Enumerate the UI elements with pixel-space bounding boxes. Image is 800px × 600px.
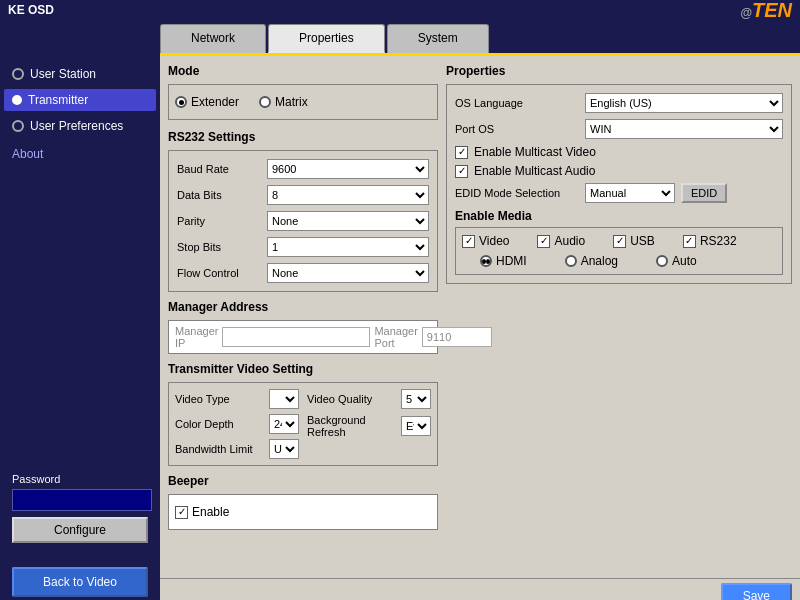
sidebar: User Station Transmitter User Preference…	[0, 53, 160, 600]
sidebar-item-user-station[interactable]: User Station	[4, 61, 156, 87]
video-setting-title: Transmitter Video Setting	[168, 362, 438, 376]
configure-button[interactable]: Configure	[12, 517, 148, 543]
video-type-select[interactable]: DigitalAnalog	[269, 389, 299, 409]
video-left-col: Video Type DigitalAnalog Color Depth	[175, 389, 299, 459]
color-depth-wrapper: 24 bits16 bits8 bits	[269, 414, 299, 434]
multicast-video-label: Enable Multicast Video	[474, 145, 596, 159]
os-language-wrapper: English (US)ChineseJapanese	[585, 93, 783, 113]
mode-section: Mode Extender Matrix	[168, 64, 438, 120]
baud-rate-row: Baud Rate 96001920038400	[177, 159, 429, 179]
multicast-audio-checkbox[interactable]	[455, 165, 468, 178]
edid-label: EDID Mode Selection	[455, 187, 585, 199]
bandwidth-label: Bandwidth Limit	[175, 443, 265, 455]
baud-rate-select[interactable]: 96001920038400	[267, 159, 429, 179]
edid-select[interactable]: ManualAutoRemix	[585, 183, 675, 203]
stop-bits-wrapper: 12	[267, 237, 429, 257]
beeper-enable-label: Enable	[192, 505, 229, 519]
sidebar-item-user-preferences[interactable]: User Preferences	[4, 113, 156, 139]
tab-network[interactable]: Network	[160, 24, 266, 53]
tab-properties[interactable]: Properties	[268, 24, 385, 53]
manager-row: Manager IP Manager Port	[175, 325, 431, 349]
baud-rate-wrapper: 96001920038400	[267, 159, 429, 179]
media-auto-label: Auto	[672, 254, 697, 268]
sidebar-item-transmitter[interactable]: Transmitter	[4, 89, 156, 111]
stop-bits-select[interactable]: 12	[267, 237, 429, 257]
media-audio[interactable]: Audio	[537, 234, 585, 248]
media-analog-label: Analog	[581, 254, 618, 268]
media-usb[interactable]: USB	[613, 234, 655, 248]
manager-title: Manager Address	[168, 300, 438, 314]
parity-wrapper: NoneOddEven	[267, 211, 429, 231]
right-panel: Properties OS Language English (US)Chine…	[446, 64, 792, 570]
media-rs232-checkbox[interactable]	[683, 235, 696, 248]
video-type-label: Video Type	[175, 393, 265, 405]
os-language-row: OS Language English (US)ChineseJapanese	[455, 93, 783, 113]
baud-rate-label: Baud Rate	[177, 163, 267, 175]
beeper-title: Beeper	[168, 474, 438, 488]
enable-media-section: Enable Media Video Audio	[455, 209, 783, 275]
bg-refresh-wrapper: Every 32 frames(s)Every 16 frames(s)	[401, 416, 431, 436]
media-video[interactable]: Video	[462, 234, 509, 248]
media-analog[interactable]: Analog	[565, 254, 618, 268]
rs232-title: RS232 Settings	[168, 130, 438, 144]
video-type-row: Video Type DigitalAnalog	[175, 389, 299, 409]
tab-system[interactable]: System	[387, 24, 489, 53]
password-label: Password	[4, 467, 156, 487]
data-bits-row: Data Bits 87	[177, 185, 429, 205]
manager-ip-input[interactable]	[222, 327, 370, 347]
mode-matrix[interactable]: Matrix	[259, 95, 308, 109]
os-language-select[interactable]: English (US)ChineseJapanese	[585, 93, 783, 113]
radio-user-station	[12, 68, 24, 80]
beeper-checkbox[interactable]	[175, 506, 188, 519]
rs232-box: Baud Rate 96001920038400 Data Bits	[168, 150, 438, 292]
edid-button[interactable]: EDID	[681, 183, 727, 203]
media-hdmi[interactable]: HDMI	[480, 254, 527, 268]
manager-ip-label: Manager IP	[175, 325, 218, 349]
manager-left: Manager IP	[175, 325, 370, 349]
media-audio-label: Audio	[554, 234, 585, 248]
media-rs232[interactable]: RS232	[683, 234, 737, 248]
bandwidth-row: Bandwidth Limit Unlimited1 Gbps	[175, 439, 299, 459]
bg-refresh-label: Background Refresh	[307, 414, 397, 438]
aten-logo: @TEN	[740, 0, 792, 22]
multicast-video-checkbox[interactable]	[455, 146, 468, 159]
mode-extender[interactable]: Extender	[175, 95, 239, 109]
password-input[interactable]	[12, 489, 152, 511]
parity-select[interactable]: NoneOddEven	[267, 211, 429, 231]
data-bits-select[interactable]: 87	[267, 185, 429, 205]
video-quality-label: Video Quality	[307, 393, 397, 405]
port-os-select[interactable]: WINMacLinux	[585, 119, 783, 139]
flow-control-row: Flow Control NoneXON/XOFFRTS/CTS	[177, 263, 429, 283]
media-auto[interactable]: Auto	[656, 254, 697, 268]
manager-container: Manager IP Manager Port	[168, 320, 438, 354]
port-os-row: Port OS WINMacLinux	[455, 119, 783, 139]
bandwidth-select[interactable]: Unlimited1 Gbps	[269, 439, 299, 459]
port-os-wrapper: WINMacLinux	[585, 119, 783, 139]
media-audio-checkbox[interactable]	[537, 235, 550, 248]
bg-refresh-select[interactable]: Every 32 frames(s)Every 16 frames(s)	[401, 416, 431, 436]
beeper-box: Enable	[168, 494, 438, 530]
multicast-audio-row: Enable Multicast Audio	[455, 164, 783, 178]
data-bits-wrapper: 87	[267, 185, 429, 205]
radio-matrix	[259, 96, 271, 108]
back-to-video-button[interactable]: Back to Video	[12, 567, 148, 597]
edid-row: EDID Mode Selection ManualAutoRemix EDID	[455, 183, 783, 203]
video-quality-select[interactable]: 12345	[401, 389, 431, 409]
bandwidth-wrapper: Unlimited1 Gbps	[269, 439, 299, 459]
media-video-label: Video	[479, 234, 509, 248]
port-os-label: Port OS	[455, 123, 585, 135]
radio-extender	[175, 96, 187, 108]
sidebar-about[interactable]: About	[4, 141, 156, 167]
save-button[interactable]: Save	[721, 583, 792, 600]
media-video-checkbox[interactable]	[462, 235, 475, 248]
mode-title: Mode	[168, 64, 438, 78]
sidebar-label-user-preferences: User Preferences	[30, 119, 123, 133]
video-setting-section: Transmitter Video Setting Video Type Dig…	[168, 362, 438, 466]
enable-media-box: Video Audio USB	[455, 227, 783, 275]
flow-control-select[interactable]: NoneXON/XOFFRTS/CTS	[267, 263, 429, 283]
beeper-enable[interactable]: Enable	[175, 505, 229, 519]
enable-media-title: Enable Media	[455, 209, 783, 223]
color-depth-select[interactable]: 24 bits16 bits8 bits	[269, 414, 299, 434]
media-usb-checkbox[interactable]	[613, 235, 626, 248]
tabs-bar: Network Properties System	[0, 20, 800, 53]
